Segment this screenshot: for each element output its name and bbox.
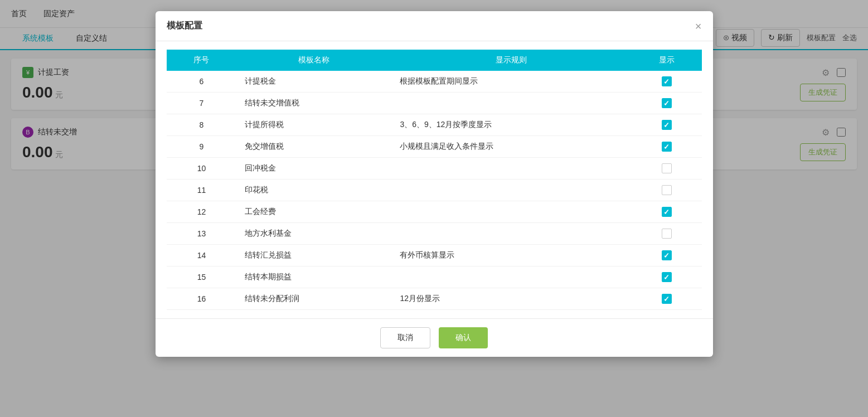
cell-seq: 16 xyxy=(167,288,237,310)
cell-checkbox[interactable] xyxy=(632,158,702,180)
cell-name: 计提所得税 xyxy=(236,114,391,136)
cell-rule xyxy=(391,158,631,180)
modal-title: 模板配置 xyxy=(167,20,202,32)
cell-rule: 12月份显示 xyxy=(391,288,631,310)
table-row: 6计提税金根据模板配置期间显示 xyxy=(167,71,702,93)
col-header-display: 显示 xyxy=(632,50,702,71)
cell-seq: 14 xyxy=(167,245,237,266)
table-row: 9免交增值税小规模且满足收入条件显示 xyxy=(167,136,702,158)
cell-checkbox[interactable] xyxy=(632,136,702,158)
cell-seq: 10 xyxy=(167,158,237,180)
checkbox-row-6[interactable] xyxy=(662,207,672,217)
col-header-name: 模板名称 xyxy=(236,50,391,71)
cell-name: 计提税金 xyxy=(236,71,391,93)
modal-close-button[interactable]: × xyxy=(695,21,702,32)
cell-checkbox[interactable] xyxy=(632,288,702,310)
cell-checkbox[interactable] xyxy=(632,180,702,201)
cell-rule: 有外币核算显示 xyxy=(391,245,631,266)
cell-name: 结转未交增值税 xyxy=(236,93,391,114)
checkbox-row-8[interactable] xyxy=(662,250,672,260)
modal-body: 序号 模板名称 显示规则 显示 6计提税金根据模板配置期间显示7结转未交增值税8… xyxy=(156,41,713,318)
checkbox-row-0[interactable] xyxy=(662,76,672,86)
cell-rule xyxy=(391,266,631,288)
cell-rule: 根据模板配置期间显示 xyxy=(391,71,631,93)
cell-rule xyxy=(391,201,631,223)
cell-seq: 15 xyxy=(167,266,237,288)
cell-rule xyxy=(391,180,631,201)
checkbox-row-2[interactable] xyxy=(662,120,672,130)
checkbox-row-7[interactable] xyxy=(662,229,672,239)
cell-seq: 6 xyxy=(167,71,237,93)
modal-footer: 取消 确认 xyxy=(156,318,713,357)
table-row: 8计提所得税3、6、9、12月按季度显示 xyxy=(167,114,702,136)
cell-checkbox[interactable] xyxy=(632,201,702,223)
cell-name: 回冲税金 xyxy=(236,158,391,180)
cell-seq: 8 xyxy=(167,114,237,136)
cell-name: 结转未分配利润 xyxy=(236,288,391,310)
template-config-modal: 模板配置 × 序号 模板名称 显示规则 显示 6计提税金根据模板配置期间显示7结… xyxy=(156,11,713,357)
modal-overlay: 模板配置 × 序号 模板名称 显示规则 显示 6计提税金根据模板配置期间显示7结… xyxy=(0,0,868,417)
table-row: 16结转未分配利润12月份显示 xyxy=(167,288,702,310)
checkbox-row-5[interactable] xyxy=(662,185,672,195)
table-row: 12工会经费 xyxy=(167,201,702,223)
cell-checkbox[interactable] xyxy=(632,93,702,114)
checkbox-row-10[interactable] xyxy=(662,294,672,304)
cell-rule: 小规模且满足收入条件显示 xyxy=(391,136,631,158)
checkbox-row-9[interactable] xyxy=(662,272,672,282)
cell-rule xyxy=(391,93,631,114)
table-row: 14结转汇兑损益有外币核算显示 xyxy=(167,245,702,266)
cell-seq: 9 xyxy=(167,136,237,158)
table-row: 11印花税 xyxy=(167,180,702,201)
cell-name: 印花税 xyxy=(236,180,391,201)
cell-seq: 11 xyxy=(167,180,237,201)
cell-name: 免交增值税 xyxy=(236,136,391,158)
table-row: 15结转本期损益 xyxy=(167,266,702,288)
cell-checkbox[interactable] xyxy=(632,266,702,288)
cell-rule: 3、6、9、12月按季度显示 xyxy=(391,114,631,136)
cell-rule xyxy=(391,223,631,245)
checkbox-row-4[interactable] xyxy=(662,163,672,173)
cell-name: 结转本期损益 xyxy=(236,266,391,288)
cell-checkbox[interactable] xyxy=(632,114,702,136)
confirm-button[interactable]: 确认 xyxy=(439,327,488,348)
cell-seq: 7 xyxy=(167,93,237,114)
cell-checkbox[interactable] xyxy=(632,245,702,266)
col-header-rule: 显示规则 xyxy=(391,50,631,71)
config-table: 序号 模板名称 显示规则 显示 6计提税金根据模板配置期间显示7结转未交增值税8… xyxy=(167,50,702,310)
cell-name: 工会经费 xyxy=(236,201,391,223)
table-row: 10回冲税金 xyxy=(167,158,702,180)
table-row: 7结转未交增值税 xyxy=(167,93,702,114)
table-row: 13地方水利基金 xyxy=(167,223,702,245)
cell-checkbox[interactable] xyxy=(632,223,702,245)
cell-seq: 12 xyxy=(167,201,237,223)
cell-name: 结转汇兑损益 xyxy=(236,245,391,266)
cell-name: 地方水利基金 xyxy=(236,223,391,245)
modal-header: 模板配置 × xyxy=(156,11,713,41)
checkbox-row-3[interactable] xyxy=(662,142,672,152)
table-header-row: 序号 模板名称 显示规则 显示 xyxy=(167,50,702,71)
cell-seq: 13 xyxy=(167,223,237,245)
cancel-button[interactable]: 取消 xyxy=(380,327,430,348)
cell-checkbox[interactable] xyxy=(632,71,702,93)
checkbox-row-1[interactable] xyxy=(662,98,672,108)
col-header-seq: 序号 xyxy=(167,50,237,71)
